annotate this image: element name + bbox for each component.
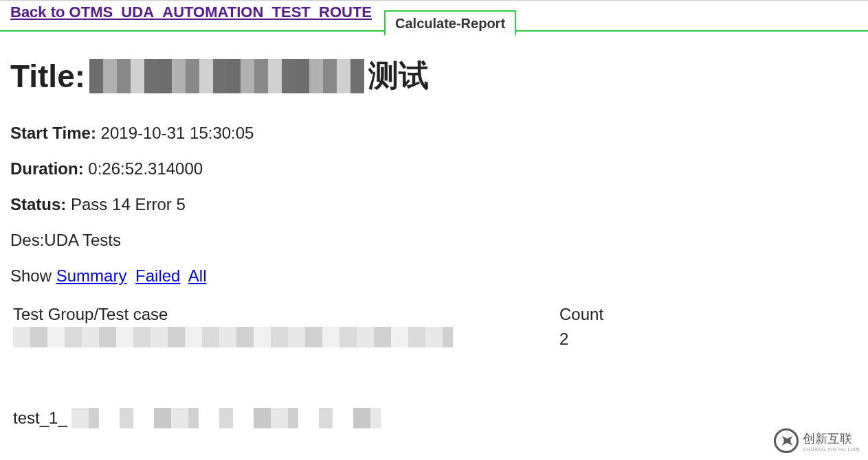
title-redacted (89, 59, 364, 93)
show-all-link[interactable]: All (188, 266, 207, 285)
cell-testcase (13, 327, 559, 352)
watermark-main: 创新互联 (803, 430, 860, 447)
duration-label: Duration: (10, 159, 84, 178)
test-row: test_1_ (10, 408, 868, 428)
table-header: Test Group/Test case Count (10, 305, 868, 324)
cell-count: 2 (559, 330, 697, 349)
testcase-redacted (13, 327, 453, 347)
show-failed-link[interactable]: Failed (135, 266, 180, 285)
test-redacted (71, 408, 381, 428)
show-line: Show Summary Failed All (10, 266, 868, 286)
des-line: Des:UDA Tests (10, 231, 868, 250)
start-time-line: Start Time: 2019-10-31 15:30:05 (10, 124, 868, 143)
status-line: Status: Pass 14 Error 5 (10, 195, 868, 214)
duration-line: Duration: 0:26:52.314000 (10, 159, 868, 179)
watermark: 创新互联 CHUANG XIN HU LIAN (774, 428, 860, 453)
title-row: Title: 测试 (10, 56, 868, 96)
start-time-label: Start Time: (10, 124, 96, 142)
content: Title: 测试 Start Time: 2019-10-31 15:30:0… (0, 32, 868, 428)
header-row: Back to OTMS_UDA_AUTOMATION_TEST_ROUTE C… (0, 1, 868, 32)
col-header-count: Count (559, 305, 697, 324)
test-label: test_1_ (13, 409, 67, 428)
duration-value: 0:26:52.314000 (88, 159, 203, 178)
status-value: Pass 14 Error 5 (71, 195, 186, 214)
start-time-value: 2019-10-31 15:30:05 (101, 124, 254, 142)
back-link[interactable]: Back to OTMS_UDA_AUTOMATION_TEST_ROUTE (10, 3, 372, 21)
watermark-sub: CHUANG XIN HU LIAN (803, 447, 860, 452)
col-header-testcase: Test Group/Test case (13, 305, 559, 324)
tab-calculate-report[interactable]: Calculate-Report (384, 10, 516, 36)
title-label: Title: (10, 58, 85, 95)
watermark-text: 创新互联 CHUANG XIN HU LIAN (803, 430, 860, 452)
status-label: Status: (10, 195, 66, 214)
table-row: 2 (10, 327, 868, 352)
show-label: Show (10, 266, 52, 285)
show-summary-link[interactable]: Summary (56, 266, 127, 285)
title-suffix: 测试 (368, 56, 429, 96)
watermark-icon (774, 428, 799, 453)
